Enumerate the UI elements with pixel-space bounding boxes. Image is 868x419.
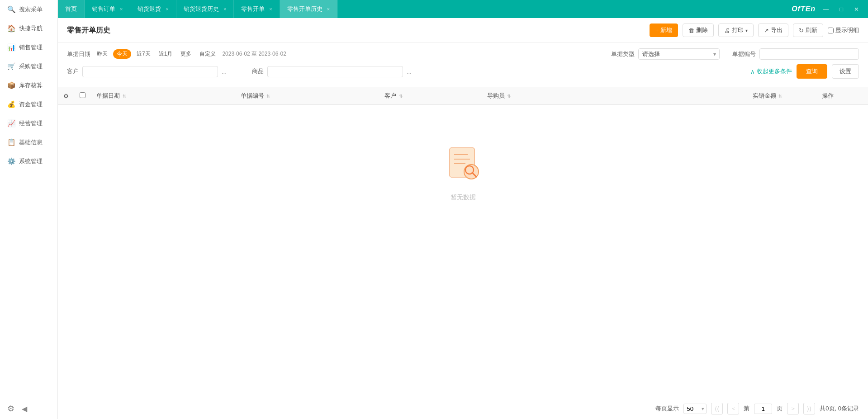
nav-right: OfTEn — □ ✕ — [792, 4, 868, 14]
sidebar-item-purchase-mgmt[interactable]: 🛒 采购管理 — [0, 57, 57, 76]
select-all-checkbox[interactable] — [80, 92, 85, 98]
sidebar-item-label: 销售管理 — [19, 43, 43, 52]
filter-goods: 商品 ... — [252, 66, 412, 77]
sidebar-search-label: 搜索采单 — [19, 5, 43, 14]
total-info: 共0页, 0条记录 — [820, 405, 859, 413]
sidebar-item-quick-nav[interactable]: 🏠 快捷导航 — [0, 19, 57, 38]
th-amount[interactable]: 实销金额 ⇅ — [643, 87, 787, 105]
doc-type-select[interactable]: 请选择 — [638, 48, 720, 60]
doc-number-label: 单据编号 — [732, 50, 756, 58]
settings-filter-button[interactable]: 设置 — [832, 64, 859, 79]
first-page-btn[interactable]: ⟨⟨ — [711, 403, 723, 414]
page-number-input[interactable] — [754, 404, 772, 414]
sidebar-item-system[interactable]: ⚙️ 系统管理 — [0, 152, 57, 171]
tab-retail-open[interactable]: 零售开单 × — [234, 0, 280, 18]
sort-number-icon: ⇅ — [266, 94, 270, 99]
tab-sales-return[interactable]: 销货退货 × — [130, 0, 176, 18]
filter-row-2: 客户 ... 商品 ... ∧ 收起更多条件 查询 设置 — [67, 64, 859, 79]
sidebar-item-finance[interactable]: 💰 资金管理 — [0, 95, 57, 114]
close-btn[interactable]: ✕ — [850, 4, 863, 14]
tab-sales-order-close[interactable]: × — [120, 6, 123, 12]
filter-doc-number: 单据编号 — [732, 48, 859, 60]
tab-retail-open-history[interactable]: 零售开单历史 × — [280, 0, 337, 18]
delete-button[interactable]: 🗑 删除 — [683, 24, 714, 37]
query-button[interactable]: 查询 — [797, 64, 827, 79]
date-range-display: 2023-06-02 至 2023-06-02 — [222, 50, 286, 58]
prev-page-btn[interactable]: ＜ — [727, 403, 739, 414]
sidebar-item-basic-info[interactable]: 📋 基础信息 — [0, 133, 57, 152]
per-page-select[interactable]: 50 10 20 100 — [683, 404, 707, 414]
money-icon: 💰 — [7, 100, 15, 108]
date-more[interactable]: 更多 — [178, 49, 194, 59]
sidebar-bottom: ⚙ ◀ — [0, 398, 57, 419]
doc-number-input[interactable] — [759, 48, 859, 60]
goods-ellipsis[interactable]: ... — [407, 68, 412, 75]
page-header: 零售开单历史 + 新增 🗑 删除 🖨 打印 ▾ ↗ 导出 ↻ — [58, 18, 868, 43]
next-page-btn[interactable]: ＞ — [787, 403, 799, 414]
tab-retail-open-history-close[interactable]: × — [327, 6, 330, 12]
refresh-icon: ↻ — [799, 27, 804, 34]
print-icon: 🖨 — [724, 27, 730, 34]
per-page-label: 每页显示 — [655, 405, 679, 413]
display-detail-toggle[interactable]: 显示明细 — [828, 26, 859, 34]
brand-label: OfTEn — [792, 5, 816, 13]
settings-bottom-icon[interactable]: ⚙ — [7, 404, 14, 414]
filter-date: 单据日期 昨天 今天 近7天 近1月 更多 自定义 2023-06-02 至 2… — [67, 49, 286, 59]
th-operation: 操作 — [787, 87, 868, 105]
filter-doc-type: 单据类型 请选择 — [611, 48, 725, 60]
restore-btn[interactable]: □ — [836, 4, 847, 14]
collapse-sidebar-icon[interactable]: ◀ — [22, 405, 27, 413]
ops-icon: 📈 — [7, 119, 15, 127]
delete-icon: 🗑 — [688, 27, 694, 34]
export-button[interactable]: ↗ 导出 — [758, 24, 788, 37]
tab-sales-return-history[interactable]: 销货退货历史 × — [176, 0, 234, 18]
th-checkbox[interactable] — [74, 87, 91, 105]
date-1month[interactable]: 近1月 — [156, 49, 175, 59]
add-button[interactable]: + 新增 — [650, 24, 678, 37]
customer-input[interactable] — [82, 66, 218, 77]
page-title: 零售开单历史 — [67, 26, 110, 35]
date-custom[interactable]: 自定义 — [197, 49, 218, 59]
sidebar-item-sales-mgmt[interactable]: 📊 销售管理 — [0, 38, 57, 57]
content-area: 零售开单历史 + 新增 🗑 删除 🖨 打印 ▾ ↗ 导出 ↻ — [58, 18, 868, 419]
sidebar-item-operations[interactable]: 📈 经营管理 — [0, 114, 57, 133]
th-number[interactable]: 单据编号 ⇅ — [235, 87, 379, 105]
toolbar: + 新增 🗑 删除 🖨 打印 ▾ ↗ 导出 ↻ 刷新 — [650, 24, 859, 37]
refresh-button[interactable]: ↻ 刷新 — [793, 24, 823, 37]
th-date[interactable]: 单据日期 ⇅ — [91, 87, 235, 105]
tab-home[interactable]: 首页 — [58, 0, 85, 18]
sort-amount-icon: ⇅ — [778, 94, 782, 99]
collapse-filter-btn[interactable]: ∧ 收起更多条件 — [750, 67, 792, 75]
customer-ellipsis[interactable]: ... — [222, 68, 227, 75]
tab-home-label: 首页 — [65, 5, 77, 13]
export-icon: ↗ — [764, 27, 769, 34]
date-yesterday[interactable]: 昨天 — [94, 49, 110, 59]
tab-sales-order[interactable]: 销售订单 × — [85, 0, 130, 18]
print-button[interactable]: 🖨 打印 ▾ — [718, 24, 754, 37]
tab-retail-open-close[interactable]: × — [269, 6, 272, 12]
date-label: 单据日期 — [67, 50, 90, 58]
display-detail-checkbox[interactable] — [828, 28, 834, 33]
date-shortcuts: 昨天 今天 近7天 近1月 更多 自定义 — [94, 49, 218, 59]
minimize-btn[interactable]: — — [819, 4, 832, 14]
print-chevron-icon: ▾ — [745, 28, 748, 33]
th-customer[interactable]: 客户 ⇅ — [379, 87, 481, 105]
empty-icon — [441, 141, 486, 186]
tab-sales-return-history-close[interactable]: × — [223, 6, 226, 12]
goods-label: 商品 — [252, 67, 264, 75]
cart-icon: 🛒 — [7, 62, 15, 71]
th-salesperson[interactable]: 导购员 ⇅ — [482, 87, 605, 105]
tab-sales-return-close[interactable]: × — [166, 6, 168, 12]
main-area: 首页 销售订单 × 销货退货 × 销货退货历史 × 零售开单 × 零售开单历史 … — [58, 0, 868, 419]
goods-input[interactable] — [267, 66, 403, 77]
th-spacer — [605, 87, 643, 105]
th-settings[interactable]: ⚙ — [58, 87, 74, 105]
sidebar-search[interactable]: 🔍 搜索采单 — [0, 0, 57, 19]
filter-row-1: 单据日期 昨天 今天 近7天 近1月 更多 自定义 2023-06-02 至 2… — [67, 48, 859, 60]
date-today[interactable]: 今天 — [113, 49, 131, 59]
doc-type-label: 单据类型 — [611, 50, 635, 58]
sidebar-item-inventory[interactable]: 📦 库存核算 — [0, 76, 57, 95]
sort-date-icon: ⇅ — [123, 94, 126, 99]
last-page-btn[interactable]: ⟩⟩ — [803, 403, 815, 414]
date-7days[interactable]: 近7天 — [134, 49, 153, 59]
